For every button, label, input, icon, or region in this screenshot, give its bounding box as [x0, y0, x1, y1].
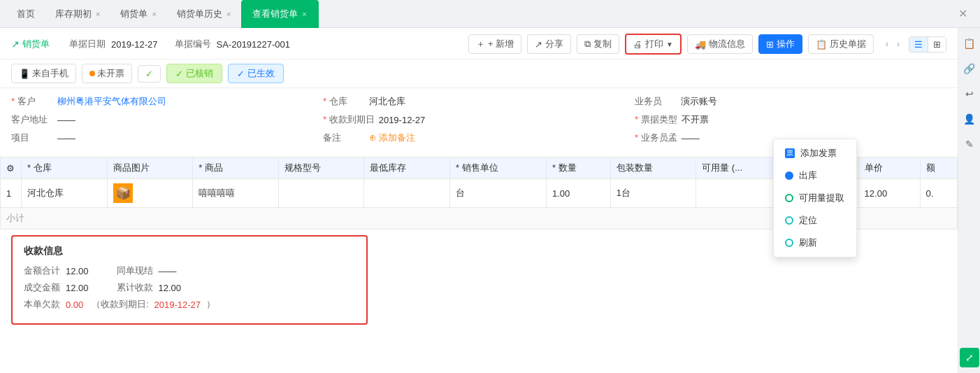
new-button[interactable]: ＋ + 新增 [468, 34, 521, 54]
row-quantity: 1.00 [546, 179, 610, 208]
share-icon: ↗ [535, 39, 542, 50]
rp-back-icon[interactable]: ↩ [960, 84, 979, 104]
form-row-1: 客户 柳州粤港平安气体有限公司 仓库 河北仓库 业务员 演示账号 [11, 95, 946, 108]
phone-icon: 📱 [19, 69, 30, 79]
add-note-button[interactable]: ⊕ 添加备注 [369, 132, 415, 144]
dropdown-locate[interactable]: 定位 [774, 209, 856, 232]
row-pack-qty: 1台 [610, 179, 696, 208]
tab-sales-close[interactable]: × [152, 10, 156, 18]
col-product: * 商品 [193, 157, 279, 179]
refresh-icon [785, 239, 793, 247]
grid-view-button[interactable]: ⊞ [928, 37, 946, 52]
col-spec: 规格型号 [278, 157, 364, 179]
due-date-field: 收款到期日 2019-12-27 [323, 113, 635, 126]
from-phone-button[interactable]: 📱 来自手机 [11, 64, 76, 83]
grid-icon: ⊞ [766, 39, 774, 50]
copy-button[interactable]: ⧉ 复制 [577, 34, 619, 54]
staff-label: 业务员 [635, 95, 677, 108]
payment-title: 收款信息 [24, 245, 355, 258]
next-arrow[interactable]: › [893, 38, 903, 50]
rp-clipboard-icon[interactable]: 📋 [960, 34, 979, 53]
project-label: 项目 [11, 132, 53, 144]
list-view-button[interactable]: ☰ [909, 37, 928, 52]
sales-order-icon: ↗ [11, 38, 20, 50]
locate-icon [785, 216, 793, 225]
row-spec [278, 179, 364, 208]
nav-arrows: ‹ › [882, 38, 903, 50]
available-icon [785, 194, 793, 202]
date-value: 2019-12-27 [111, 39, 158, 50]
number-label: 单据编号 [175, 38, 211, 50]
dropdown-add-invoice[interactable]: 票 添加发票 [774, 142, 856, 164]
not-opened-button[interactable]: 未开票 [82, 64, 132, 83]
same-order-label: 同单现结 [117, 265, 153, 277]
rp-edit-icon[interactable]: ✎ [960, 134, 979, 154]
col-quantity: * 数量 [546, 157, 610, 179]
tab-sales[interactable]: 销货单 × [110, 0, 166, 28]
check-icon: ✓ [145, 69, 153, 79]
dropdown-refresh[interactable]: 刷新 [774, 232, 856, 254]
due-date-note: 2019-12-27 [154, 300, 201, 310]
dropdown-outbound[interactable]: 出库 [774, 164, 856, 187]
staff-field: 业务员 演示账号 [635, 95, 946, 108]
prev-arrow[interactable]: ‹ [882, 38, 892, 50]
cumulative-label: 累计收款 [117, 281, 153, 294]
form-row-2: 客户地址 —— 收款到期日 2019-12-27 票据类型 不开票 [11, 113, 946, 126]
tab-view-sales[interactable]: 查看销货单 × [241, 0, 318, 28]
outbound-icon [785, 171, 793, 180]
tab-inventory[interactable]: 库存期初 × [45, 0, 110, 28]
tab-home[interactable]: 首页 [7, 0, 45, 28]
print-icon: 🖨 [633, 39, 642, 50]
warehouse-label: 仓库 [323, 95, 365, 108]
tab-sales-history-close[interactable]: × [226, 10, 231, 18]
col-settings[interactable]: ⚙ [1, 157, 22, 179]
note-field: 备注 ⊕ 添加备注 [323, 132, 635, 144]
view-toggle: ☰ ⊞ [909, 36, 946, 52]
tab-inventory-close[interactable]: × [96, 10, 100, 18]
rp-user-icon[interactable]: 👤 [960, 109, 979, 129]
ticket-type-label: 票据类型 [635, 113, 677, 126]
payment-row-2: 成交金额 12.00 累计收款 12.00 [24, 281, 355, 294]
operations-button[interactable]: ⊞ 操作 [758, 34, 802, 54]
ticket-type-field: 票据类型 不开票 [635, 113, 946, 126]
print-button[interactable]: 🖨 打印 ▼ [626, 35, 680, 53]
row-amount: 0. [920, 179, 957, 208]
rp-expand-icon[interactable]: ⤢ [960, 348, 979, 367]
ticket-type-value: 不开票 [682, 113, 709, 126]
invoice-icon: 票 [785, 148, 795, 158]
project-value: —— [57, 133, 75, 143]
effective-status[interactable]: ✓ 已生效 [228, 64, 284, 83]
confirm-button[interactable]: ✓ [138, 65, 161, 83]
history-button[interactable]: 📋 历史单据 [808, 34, 874, 54]
confirmed-status[interactable]: ✓ 已核销 [166, 64, 222, 83]
row-product: 嘻嘻嘻嘻 [193, 179, 279, 208]
col-image: 商品图片 [107, 157, 193, 179]
share-button[interactable]: ↗ 分享 [527, 34, 571, 54]
transaction-value: 12.00 [66, 283, 89, 293]
logistics-button[interactable]: 🚚 物流信息 [687, 34, 753, 54]
row-index: 1 [1, 179, 22, 208]
due-date-label: 收款到期日 [323, 113, 375, 126]
tab-bar: 首页 库存期初 × 销货单 × 销货单历史 × 查看销货单 × ✕ [0, 0, 980, 28]
customer-value[interactable]: 柳州粤港平安气体有限公司 [57, 95, 166, 108]
note-label: 备注 [323, 132, 365, 144]
global-close-button[interactable]: ✕ [953, 7, 973, 20]
print-highlight-box: 🖨 打印 ▼ [625, 34, 682, 55]
total-amount-value: 12.00 [66, 266, 89, 276]
transaction-label: 成交金额 [24, 281, 60, 294]
same-order-value: —— [159, 266, 177, 276]
tab-view-sales-close[interactable]: × [302, 10, 306, 18]
row-image: 📦 [107, 179, 193, 208]
plus-icon: ＋ [476, 38, 485, 50]
col-amount: 额 [920, 157, 957, 179]
date-label: 单据日期 [69, 38, 106, 50]
tab-sales-history[interactable]: 销货单历史 × [167, 0, 241, 28]
customer-label: 客户 [11, 95, 53, 108]
same-order-item: 同单现结 —— [117, 265, 177, 277]
salesperson-value: —— [682, 133, 700, 143]
due-note-end: ） [206, 298, 215, 311]
rp-link-icon[interactable]: 🔗 [960, 59, 979, 78]
address-value: —— [57, 115, 75, 125]
check-circle-icon: ✓ [175, 69, 183, 79]
dropdown-available-qty[interactable]: 可用量提取 [774, 187, 856, 209]
